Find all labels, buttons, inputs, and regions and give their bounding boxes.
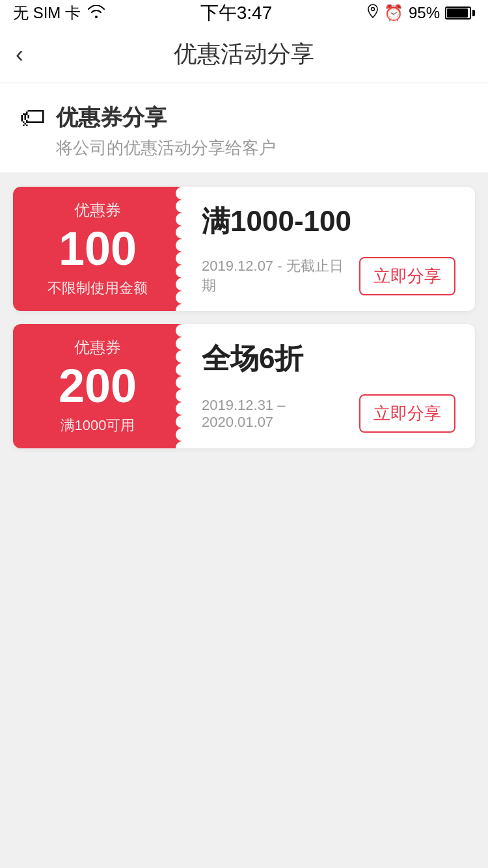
section-icon: 🏷	[20, 104, 46, 130]
coupon-tooth	[176, 213, 189, 226]
section-subtitle: 将公司的优惠活动分享给客户	[56, 137, 276, 159]
coupon-tooth	[176, 187, 189, 200]
coupon-left-2: 优惠券 200 满1000可用	[13, 324, 182, 448]
section-title: 优惠券分享	[56, 103, 276, 133]
status-bar: 无 SIM 卡 下午3:47 ⏰ 95%	[0, 0, 488, 26]
coupon-zigzag-1	[176, 187, 189, 311]
coupon-tooth	[176, 350, 189, 363]
coupon-list: 优惠券 100 不限制使用金额 满1000-100 2019.12.07 - 无…	[0, 174, 488, 461]
share-button-2[interactable]: 立即分享	[359, 394, 455, 433]
coupon-zigzag-2	[176, 324, 189, 448]
coupon-condition-2: 满1000可用	[61, 416, 135, 435]
section-text-group: 优惠券分享 将公司的优惠活动分享给客户	[56, 103, 276, 159]
coupon-tooth	[176, 415, 189, 428]
coupon-tooth	[176, 324, 189, 337]
coupon-tooth	[176, 265, 189, 278]
coupon-tooth	[176, 376, 189, 389]
svg-point-0	[371, 8, 374, 11]
coupon-tooth	[176, 441, 189, 448]
coupon-name-1: 满1000-100	[202, 202, 455, 241]
coupon-right-2: 全场6折 2019.12.31 – 2020.01.07 立即分享	[182, 324, 475, 448]
back-button[interactable]: ‹	[16, 41, 23, 68]
coupon-condition-1: 不限制使用金额	[47, 278, 148, 298]
status-left: 无 SIM 卡	[13, 3, 105, 23]
section-header: 🏷 优惠券分享 将公司的优惠活动分享给客户	[0, 83, 488, 172]
carrier-label: 无 SIM 卡	[13, 3, 81, 23]
share-button-1[interactable]: 立即分享	[359, 257, 455, 295]
coupon-label-2: 优惠券	[74, 337, 121, 358]
battery-icon	[445, 7, 475, 20]
coupon-bottom-2: 2019.12.31 – 2020.01.07 立即分享	[202, 394, 455, 433]
page-title: 优惠活动分享	[174, 38, 314, 70]
location-icon	[367, 4, 379, 22]
coupon-tooth	[176, 239, 189, 252]
coupon-tooth	[176, 278, 189, 291]
coupon-name-2: 全场6折	[202, 340, 455, 378]
nav-bar: ‹ 优惠活动分享	[0, 26, 488, 83]
coupon-bottom-1: 2019.12.07 - 无截止日期 立即分享	[202, 256, 455, 295]
coupon-tooth	[176, 291, 189, 304]
coupon-value-1: 100	[59, 223, 137, 275]
coupon-tooth	[176, 363, 189, 376]
coupon-card-1: 优惠券 100 不限制使用金额 满1000-100 2019.12.07 - 无…	[13, 187, 475, 311]
alarm-icon: ⏰	[384, 4, 403, 22]
coupon-label-1: 优惠券	[74, 200, 121, 221]
coupon-value-2: 200	[59, 360, 137, 412]
coupon-right-1: 满1000-100 2019.12.07 - 无截止日期 立即分享	[182, 187, 475, 311]
coupon-tooth	[176, 200, 189, 213]
coupon-tooth	[176, 402, 189, 415]
coupon-tooth	[176, 252, 189, 265]
coupon-tooth	[176, 337, 189, 350]
coupon-tooth	[176, 304, 189, 311]
coupon-date-1: 2019.12.07 - 无截止日期	[202, 256, 353, 295]
coupon-date-2: 2019.12.31 – 2020.01.07	[202, 397, 353, 431]
status-time: 下午3:47	[200, 1, 273, 25]
coupon-card-2: 优惠券 200 满1000可用 全场6折 2019.12.31 – 2020.0…	[13, 324, 475, 448]
coupon-tooth	[176, 226, 189, 239]
status-right: ⏰ 95%	[367, 4, 475, 22]
battery-percent: 95%	[409, 4, 440, 22]
coupon-tooth	[176, 389, 189, 402]
wifi-icon	[87, 4, 105, 22]
coupon-left-1: 优惠券 100 不限制使用金额	[13, 187, 182, 311]
coupon-tooth	[176, 428, 189, 441]
bottom-area	[0, 461, 488, 813]
